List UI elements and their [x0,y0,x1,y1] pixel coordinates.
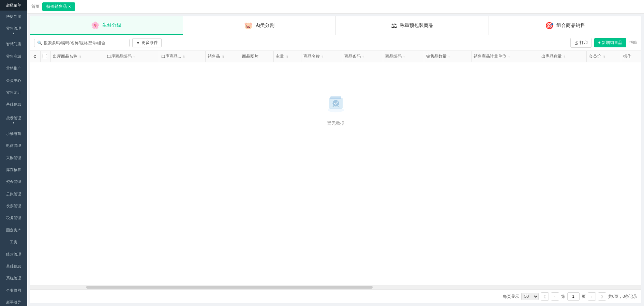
sidebar-item-retail-stats[interactable]: 零售统计 [0,87,27,98]
sidebar-item-retail-mgmt[interactable]: 零售管理 ▲ [0,22,27,38]
th-sale-unit[interactable]: 销售商品计量单位 ⇅ [471,51,539,62]
th-weight[interactable]: 主量 ⇅ [274,51,301,62]
main-content: 首页 特殊销售品 ✕ 🌸 生鲜分级 🐷 肉类分割 ⚖ 称重预包装商品 🎯 组合商… [27,0,644,306]
prev-page-button[interactable]: ‹ [551,292,559,301]
th-goods-name[interactable]: 商品名称 ⇅ [301,51,342,62]
th-label: 商品名称 [303,54,320,59]
sidebar-item-label: 税务管理 [6,216,21,220]
filter-button[interactable]: ▼ 更多条件 [132,38,162,47]
sidebar-item-wholesale-mgmt[interactable]: 批发管理 ▼ [0,112,27,128]
th-label: 出库商品... [161,54,181,59]
sidebar-item-fixed-assets[interactable]: 固定资产 [0,224,27,236]
sidebar-item-retail-mall[interactable]: 零售商城 [0,50,27,62]
sort-icon: ⇅ [362,55,365,58]
sort-icon: ⇅ [564,55,566,58]
print-icon: 🖨 [574,41,578,45]
th-label: 销售品 [208,54,220,59]
th-sale-item[interactable]: 销售品 ⇅ [206,51,240,62]
th-label: 商品条码 [344,54,361,59]
empty-icon [322,90,349,117]
sidebar-item-label: 企业协同 [6,288,21,292]
sidebar-item-sales-promo[interactable]: 营销推广 [0,62,27,74]
sidebar-item-invoice-mgmt[interactable]: 发票管理 [0,200,27,212]
th-out-qty[interactable]: 出库品数量 ⇅ [539,51,587,62]
close-tab-icon[interactable]: ✕ [68,5,71,9]
sidebar-item-tax-mgmt[interactable]: 税务管理 [0,212,27,224]
cat-tab-combo-sale[interactable]: 🎯 组合商品销售 [489,16,642,35]
sidebar-item-new-guide[interactable]: 新手引导 [0,296,27,306]
filter-icon: ▼ [136,41,140,45]
th-out-code[interactable]: 出库商品编码 ⇅ [105,51,159,62]
sidebar-item-label: 库存核算 [6,168,21,172]
data-table: ⚙ 出库商品名称 ⇅ 出库商品编码 ⇅ [30,51,641,62]
th-out-name[interactable]: 出库商品名称 ⇅ [50,51,105,62]
th-goods-code[interactable]: 商品编码 ⇅ [383,51,424,62]
th-goods-barcode[interactable]: 商品条码 ⇅ [342,51,383,62]
sidebar-item-capital-mgmt[interactable]: 资金管理 [0,176,27,188]
print-button[interactable]: 🖨 打印 [570,38,591,48]
sidebar-item-label: 基础信息 [6,264,21,268]
th-label: 出库商品名称 [53,54,77,59]
sidebar-item-ops-mgmt[interactable]: 经营管理 [0,248,27,260]
topbar-home-link[interactable]: 首页 [31,4,40,10]
search-input[interactable] [44,41,126,45]
sidebar-item-mini-ecom[interactable]: 小畅电商 [0,128,27,140]
cat-tab-label: 称重预包装商品 [400,22,433,29]
first-page-button[interactable]: ⟪ [541,292,549,301]
sidebar-item-basic-info2[interactable]: 基础信息 [0,260,27,272]
cat-tab-fresh-grade[interactable]: 🌸 生鲜分级 [30,16,183,35]
sidebar-item-enterprise-coop[interactable]: 企业协同 [0,285,27,296]
th-label: 商品图片 [242,54,258,59]
th-action: 操作 [621,51,641,62]
hscroll-area[interactable] [30,285,641,289]
sort-icon: ⇅ [79,55,81,58]
new-sales-item-button[interactable]: + 新增销售品 [594,38,626,47]
sort-icon: ⇅ [603,55,605,58]
sidebar-item-inventory[interactable]: 库存核算 [0,164,27,176]
sort-icon: ⇅ [321,55,324,58]
sidebar-item-ecom-mgmt[interactable]: 电商管理 [0,140,27,152]
empty-text: 暂无数据 [327,120,345,126]
sidebar-item-label: 智慧门店 [6,42,21,46]
svg-point-3 [332,100,339,106]
sidebar-item-label: 资金管理 [6,180,21,184]
search-icon: 🔍 [37,41,42,45]
th-sale-qty[interactable]: 销售品数量 ⇅ [424,51,471,62]
th-label: 会员价 [589,54,601,59]
help-button[interactable]: 帮助 [629,40,637,46]
sidebar-item-salary[interactable]: 工资 [0,236,27,248]
th-member-price[interactable]: 会员价 ⇅ [587,51,621,62]
th-gear[interactable]: ⚙ [30,51,40,62]
sidebar-item-quick-nav[interactable]: 快捷导航 [0,11,27,22]
select-all-checkbox[interactable] [43,54,47,58]
per-page-select[interactable]: 50 10 20 100 [521,293,539,300]
sidebar-item-member-center[interactable]: 会员中心 [0,75,27,87]
chevron-down-icon: ▼ [12,121,15,124]
sort-icon: ⇅ [222,55,224,58]
next-page-button[interactable]: › [588,292,596,301]
cat-tab-label: 生鲜分级 [102,22,121,28]
sidebar-item-label: 经营管理 [6,252,21,256]
hscroll-thumb[interactable] [86,286,373,289]
per-page-label: 每页显示 [503,294,519,300]
th-label: 销售品数量 [426,54,447,59]
column-settings-icon[interactable]: ⚙ [33,54,37,59]
sidebar-item-basic-info[interactable]: 基础信息 [0,98,27,110]
th-check[interactable] [40,51,50,62]
cat-tab-meat-cut[interactable]: 🐷 肉类分割 [183,16,336,35]
active-tab-label: 特殊销售品 [46,4,67,10]
sidebar-item-label: 快捷导航 [6,14,21,18]
cat-tab-label: 肉类分割 [255,22,274,29]
sidebar-item-ledger-mgmt[interactable]: 总账管理 [0,188,27,200]
sidebar-item-sys-mgmt[interactable]: 系统管理 [0,272,27,284]
active-tab[interactable]: 特殊销售品 ✕ [42,2,75,11]
sidebar-item-smart-store[interactable]: 智慧门店 [0,38,27,50]
current-page-input[interactable] [567,292,580,301]
sidebar-item-label: 工资 [10,240,17,244]
sidebar-item-purchase-mgmt[interactable]: 采购管理 [0,152,27,164]
th-out-spec[interactable]: 出库商品... ⇅ [159,51,205,62]
last-page-button[interactable]: ⟫ [598,292,606,301]
print-label: 打印 [580,40,588,46]
cat-tab-weight-pack[interactable]: ⚖ 称重预包装商品 [336,16,489,35]
search-box[interactable]: 🔍 [34,39,130,47]
